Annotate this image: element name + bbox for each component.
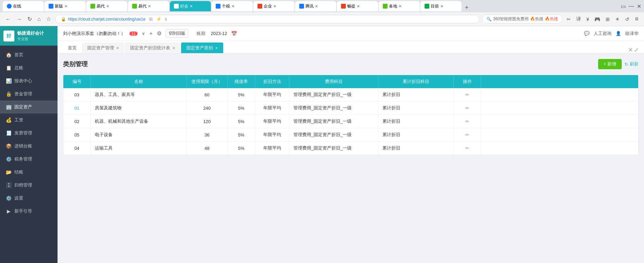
sidebar-item-archive[interactable]: 🗄️ 归档管理 — [0, 179, 58, 192]
sidebar-item-close[interactable]: 📂 结账 — [0, 166, 58, 179]
menu-button[interactable]: ≡ — [633, 14, 640, 24]
sidebar-item-guide[interactable]: ▶ 新手引导 — [0, 205, 58, 218]
cell-action-1[interactable]: ✏ — [454, 101, 481, 115]
sidebar-item-ledger[interactable]: 📋 总账 — [0, 61, 58, 74]
sidebar-item-invoice[interactable]: 🧾 发票管理 — [0, 127, 58, 140]
url-text: https://cloud.chanjet.com/accounting/uw1… — [68, 17, 146, 22]
browser-tab-7[interactable]: 腾讯 ✕ — [295, 1, 336, 11]
grid-button[interactable]: ⊞ — [604, 15, 611, 23]
sidebar-item-reports[interactable]: 📊 报表中心 — [0, 74, 58, 87]
cell-accumulated-2: 累计折旧 — [378, 115, 454, 128]
new-tab-button[interactable]: + — [462, 4, 471, 11]
address-bar[interactable]: 🔒 https://cloud.chanjet.com/accounting/u… — [55, 15, 480, 23]
tab-depreciation-table-close[interactable]: ✕ — [172, 46, 175, 50]
switch-version-button[interactable]: 切到旧版 — [166, 29, 188, 38]
right-panel: 刘小艳演示系套（勿删勿动！） 11 ∨ + ⚙ 切到旧版 账期 2023-12 … — [58, 26, 644, 263]
sidebar: 好 畅捷通好会计 专业版 🏠 首页 📋 总账 📊 报表中心 🔒 资金管理 — [0, 26, 58, 263]
cell-action-4[interactable]: ✏ — [454, 142, 481, 155]
payroll-icon: 💰 — [5, 117, 12, 123]
add-account-button[interactable]: + — [149, 31, 152, 37]
edit-icon-3[interactable]: ✏ — [465, 132, 469, 138]
cell-method-0: 年限平均 — [255, 88, 289, 101]
service-text[interactable]: 人工咨询 — [594, 31, 611, 37]
sidebar-item-home[interactable]: 🏠 首页 — [0, 48, 58, 61]
browser-tab-8[interactable]: 畅提 ✕ — [337, 1, 378, 11]
cell-name-3: 电子设备 — [91, 128, 187, 141]
cell-action-0[interactable]: ✏ — [454, 88, 481, 101]
edit-icon-1[interactable]: ✏ — [465, 105, 469, 111]
brightness-button[interactable]: ☀ — [614, 15, 621, 23]
browser-tab-0[interactable]: 在线 — [3, 1, 44, 11]
browser-tab-4[interactable]: 好会 ✕ — [170, 1, 211, 11]
cell-rate-1: 5% — [228, 101, 255, 115]
browser-tab-6[interactable]: 企业 ✕ — [253, 1, 294, 11]
ledger-icon: 📋 — [5, 65, 12, 71]
tab-asset-management-close[interactable]: ✕ — [116, 46, 119, 50]
tab-asset-category-close[interactable]: ✕ — [215, 46, 218, 50]
settings-icon: ⚙️ — [5, 195, 12, 201]
coins-button[interactable]: ¥ — [585, 15, 591, 23]
col-header-action: 操作 — [454, 75, 481, 88]
edit-icon-2[interactable]: ✏ — [465, 119, 469, 124]
archive-icon: 🗄️ — [5, 182, 12, 188]
browser-tab-2[interactable]: 易代 ✕ — [86, 1, 127, 11]
browser-tab-1[interactable]: 新版 ✕ — [45, 1, 86, 11]
sidebar-item-stock[interactable]: 📦 进销台账 — [0, 140, 58, 153]
undo-button[interactable]: ↺ — [624, 15, 631, 23]
cell-action-3[interactable]: ✏ — [454, 128, 481, 141]
tab-maximize-button[interactable]: ⤢ — [634, 47, 639, 53]
cell-expense-0: 管理费用_固定资产折旧_一级 — [289, 88, 378, 101]
tab-asset-management[interactable]: 固定资产管理 ✕ — [82, 43, 124, 53]
cell-code-1[interactable]: 01 — [63, 101, 91, 115]
sidebar-item-payroll[interactable]: 💰 工资 — [0, 113, 58, 127]
sidebar-item-funds[interactable]: 🔒 资金管理 — [0, 87, 58, 100]
tab-asset-category[interactable]: 固定资产类别 ✕ — [181, 43, 223, 53]
user-name[interactable]: 徐泽华 — [625, 31, 639, 37]
bookmark-button[interactable]: ☆ — [45, 14, 52, 24]
search-icon: 🔍 — [487, 17, 492, 22]
cell-action-2[interactable]: ✏ — [454, 115, 481, 128]
back-button[interactable]: ← — [4, 15, 12, 24]
refresh-button[interactable]: ↻ 刷新 — [624, 61, 639, 67]
browser-tab-5[interactable]: 个税 ✕ — [212, 1, 253, 11]
home-button[interactable]: ⌂ — [36, 15, 42, 24]
reload-button[interactable]: ↻ — [26, 14, 33, 24]
calendar-icon[interactable]: 📅 — [231, 31, 237, 36]
cell-accumulated-3: 累计折旧 — [378, 128, 454, 141]
sidebar-item-assets[interactable]: 🏢 固定资产 — [0, 100, 58, 113]
game-button[interactable]: 🎮 — [593, 15, 602, 23]
tab-depreciation-table[interactable]: 固定资产折旧统计表 ✕ — [125, 43, 180, 53]
add-category-button[interactable]: + 新增 — [598, 59, 622, 69]
stock-icon: 📦 — [5, 143, 12, 149]
app-container: 好 畅捷通好会计 专业版 🏠 首页 📋 总账 📊 报表中心 🔒 资金管理 — [0, 26, 644, 263]
browser-tab-9[interactable]: 各地 ✕ — [379, 1, 420, 11]
dropdown-button[interactable]: ∨ — [142, 31, 145, 36]
col-header-code: 编号 — [63, 75, 91, 88]
period-value: 2023-12 — [211, 31, 227, 36]
sidebar-item-tax[interactable]: ⚙️ 税务管理 — [0, 153, 58, 166]
settings-gear-button[interactable]: ⚙ — [157, 30, 162, 37]
cell-expense-4: 管理费用_固定资产折旧_一级 — [289, 142, 378, 155]
sidebar-item-label-tax: 税务管理 — [14, 156, 32, 162]
browser-tab-3[interactable]: 易代 ✕ — [128, 1, 169, 11]
sidebar-item-label-funds: 资金管理 — [14, 91, 32, 97]
browser-search[interactable]: 🔍 360智能抠图免费用 🔥热搜 🔥热搜 — [482, 14, 562, 24]
edit-icon-4[interactable]: ✏ — [465, 145, 469, 151]
sidebar-item-settings[interactable]: ⚙️ 设置 — [0, 192, 58, 205]
sidebar-item-label-close: 结账 — [14, 169, 23, 175]
main-content: 类别管理 + 新增 ↻ 刷新 编号 名称 使用期限（月） 残值率 折旧方法 费用… — [58, 53, 644, 263]
forward-button[interactable]: → — [15, 15, 23, 24]
cell-code-2: 02 — [63, 115, 91, 128]
edit-icon-0[interactable]: ✏ — [465, 92, 469, 97]
col-header-months: 使用期限（月） — [187, 75, 228, 88]
translate-button[interactable]: 译 — [575, 15, 582, 24]
tab-close-all-button[interactable]: ✕ — [628, 47, 633, 53]
cell-expense-3: 管理费用_固定资产折旧_一级 — [289, 128, 378, 141]
tab-home[interactable]: 首页 — [63, 43, 81, 53]
sidebar-logo-sub: 专业版 — [17, 36, 44, 41]
tab-bar: 首页 固定资产管理 ✕ 固定资产折旧统计表 ✕ 固定资产类别 ✕ ✕ ⤢ — [58, 41, 644, 53]
scissors-button[interactable]: ✂ — [565, 15, 572, 23]
browser-tab-10[interactable]: 目前 ✕ — [420, 1, 462, 11]
title-actions: + 新增 ↻ 刷新 — [598, 59, 639, 69]
sidebar-logo-icon: 好 — [3, 31, 14, 41]
